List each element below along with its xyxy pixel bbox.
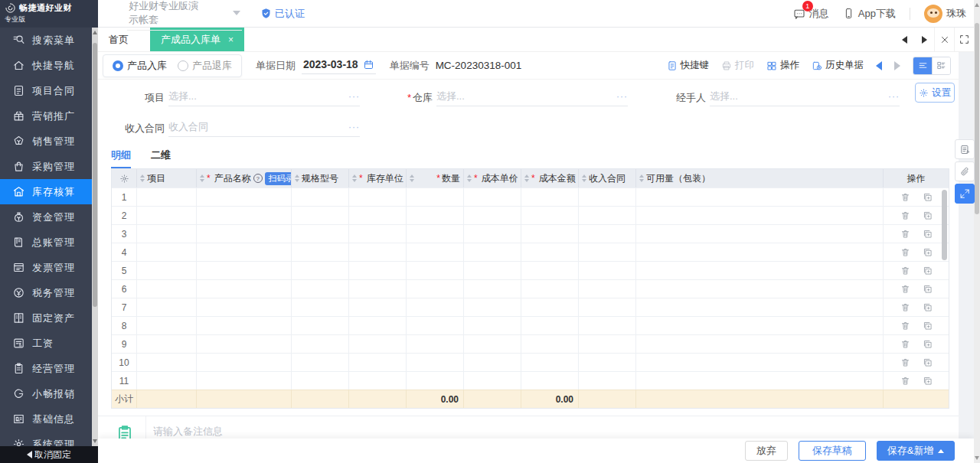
cell-available-qty[interactable] xyxy=(636,334,884,353)
cell-unit[interactable] xyxy=(349,187,407,206)
cell-income-contract[interactable] xyxy=(579,316,636,334)
sidebar-item-reimburse[interactable]: 小畅报销 xyxy=(0,381,92,406)
abandon-button[interactable]: 放弃 xyxy=(745,441,788,461)
settings-button[interactable]: 设置 xyxy=(915,83,955,103)
cell-cost-price[interactable] xyxy=(464,243,521,261)
sidebar-item-contract[interactable]: 项目合同 xyxy=(0,78,92,103)
cell-project[interactable] xyxy=(137,298,197,316)
cell-qty[interactable] xyxy=(407,279,464,298)
cell-spec[interactable] xyxy=(292,353,349,371)
cell-spec[interactable] xyxy=(292,261,349,279)
cell-project[interactable] xyxy=(137,316,197,334)
sort-icon[interactable] xyxy=(295,174,299,182)
cell-qty[interactable] xyxy=(407,224,464,243)
attachment-button[interactable] xyxy=(955,161,975,181)
cell-spec[interactable] xyxy=(292,334,349,353)
cell-available-qty[interactable] xyxy=(636,187,884,206)
copy-row-icon[interactable] xyxy=(923,357,933,367)
draft-doc-button[interactable] xyxy=(955,139,975,159)
sort-icon[interactable] xyxy=(410,174,414,182)
copy-row-icon[interactable] xyxy=(923,376,933,386)
cell-cost-price[interactable] xyxy=(464,206,521,224)
cell-cost-amount[interactable] xyxy=(521,224,579,243)
cell-available-qty[interactable] xyxy=(636,206,884,224)
warehouse-input[interactable] xyxy=(436,90,613,102)
sidebar-item-purchase-bag[interactable]: 采购管理 xyxy=(0,154,92,179)
tab-detail[interactable]: 明细 xyxy=(111,148,131,168)
cell-spec[interactable] xyxy=(292,243,349,261)
cell-cost-amount[interactable] xyxy=(521,206,579,224)
cell-available-qty[interactable] xyxy=(636,243,884,261)
copy-row-icon[interactable] xyxy=(923,210,933,220)
cell-available-qty[interactable] xyxy=(636,353,884,371)
cell-income-contract[interactable] xyxy=(579,261,636,279)
cell-qty[interactable] xyxy=(407,316,464,334)
cell-product-name[interactable] xyxy=(197,371,292,390)
copy-row-icon[interactable] xyxy=(923,284,933,294)
delete-row-icon[interactable] xyxy=(900,284,910,294)
sidebar-item-salary[interactable]: 工资 xyxy=(0,331,92,356)
fullscreen-button[interactable] xyxy=(954,28,974,51)
copy-row-icon[interactable] xyxy=(923,321,933,331)
cell-cost-price[interactable] xyxy=(464,187,521,206)
sidebar-item-tax[interactable]: 税务管理 xyxy=(0,280,92,305)
sidebar-item-sales[interactable]: 销售管理 xyxy=(0,129,92,154)
cell-income-contract[interactable] xyxy=(579,224,636,243)
cell-income-contract[interactable] xyxy=(579,243,636,261)
sidebar-scrollbar[interactable] xyxy=(92,28,98,446)
cell-product-name[interactable] xyxy=(197,334,292,353)
close-icon[interactable]: × xyxy=(228,34,234,45)
sort-icon[interactable] xyxy=(200,174,204,182)
cell-project[interactable] xyxy=(137,224,197,243)
cell-spec[interactable] xyxy=(292,371,349,390)
delete-row-icon[interactable] xyxy=(900,229,910,239)
cell-cost-amount[interactable] xyxy=(521,243,579,261)
copy-row-icon[interactable] xyxy=(923,192,933,202)
cell-cost-price[interactable] xyxy=(464,353,521,371)
sidebar-item-gift[interactable]: 营销推广 xyxy=(0,103,92,129)
cell-cost-price[interactable] xyxy=(464,371,521,390)
tab-finished-goods-inbound[interactable]: 产成品入库单 × xyxy=(150,28,244,51)
grid-scrollbar-thumb[interactable] xyxy=(942,190,947,260)
cell-available-qty[interactable] xyxy=(636,371,884,390)
help-icon[interactable]: ? xyxy=(253,174,263,183)
cell-project[interactable] xyxy=(137,334,197,353)
cell-product-name[interactable] xyxy=(197,206,292,224)
cell-cost-amount[interactable] xyxy=(521,187,579,206)
cell-income-contract[interactable] xyxy=(579,187,636,206)
cell-cost-amount[interactable] xyxy=(521,298,579,316)
messages-button[interactable]: 消息 1 xyxy=(793,7,829,21)
radio-product-return[interactable]: 产品退库 xyxy=(178,59,232,73)
cell-income-contract[interactable] xyxy=(579,279,636,298)
cell-project[interactable] xyxy=(137,261,197,279)
tab-scroll-right-button[interactable] xyxy=(914,28,934,51)
cell-cost-amount[interactable] xyxy=(521,279,579,298)
delete-row-icon[interactable] xyxy=(900,192,910,202)
sort-icon[interactable] xyxy=(582,174,586,182)
cell-unit[interactable] xyxy=(349,279,407,298)
copy-row-icon[interactable] xyxy=(923,229,933,239)
sort-icon[interactable] xyxy=(467,174,472,182)
column-settings-button[interactable] xyxy=(112,169,137,187)
scrollbar-thumb[interactable] xyxy=(975,23,979,214)
sort-icon[interactable] xyxy=(140,174,145,182)
save-draft-button[interactable]: 保存草稿 xyxy=(799,441,866,461)
cell-qty[interactable] xyxy=(407,371,464,390)
sidebar-item-fixed-asset[interactable]: 固定资产 xyxy=(0,305,92,331)
cell-cost-price[interactable] xyxy=(464,334,521,353)
cell-cost-amount[interactable] xyxy=(521,371,579,390)
delete-row-icon[interactable] xyxy=(900,302,910,312)
cell-product-name[interactable] xyxy=(197,187,292,206)
cell-income-contract[interactable] xyxy=(579,371,636,390)
cell-unit[interactable] xyxy=(349,224,407,243)
cell-unit[interactable] xyxy=(349,353,407,371)
user-menu[interactable]: 珠珠 xyxy=(924,5,966,23)
doc-date-field[interactable]: 2023-03-18 xyxy=(302,57,376,74)
cell-qty[interactable] xyxy=(407,187,464,206)
cell-available-qty[interactable] xyxy=(636,224,884,243)
cell-spec[interactable] xyxy=(292,279,349,298)
history-docs-button[interactable]: 历史单据 xyxy=(812,59,864,72)
cell-cost-amount[interactable] xyxy=(521,261,579,279)
warehouse-picker-icon[interactable]: ··· xyxy=(613,91,628,102)
cell-product-name[interactable] xyxy=(197,298,292,316)
